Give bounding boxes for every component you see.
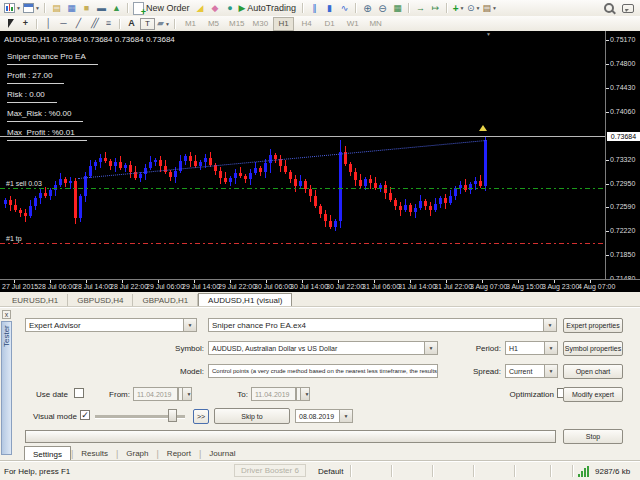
chevron-down-icon[interactable]: ▼ (544, 365, 557, 377)
new-order-button[interactable]: + New Order (133, 2, 192, 15)
periods-icon[interactable]: ⊙▼ (467, 2, 481, 15)
community-icon[interactable]: ● (223, 2, 236, 15)
text-icon[interactable]: A (125, 17, 138, 30)
chart-tab-0[interactable]: EURUSD,H1 (3, 294, 68, 306)
trendline-icon[interactable]: ╱ (72, 17, 85, 30)
metaeditor-icon[interactable]: ◆ (208, 2, 221, 15)
timeframe-M5[interactable]: M5 (203, 17, 224, 31)
chart-shift-icon[interactable]: ↦ (429, 2, 442, 15)
crosshair-icon[interactable]: + (19, 17, 32, 30)
from-date-field[interactable]: 11.04.2019 (133, 387, 178, 401)
sell-order-line[interactable] (0, 188, 605, 189)
timeframe-M1[interactable]: M1 (180, 17, 201, 31)
chevron-down-icon[interactable]: ▼ (544, 342, 557, 354)
channel-icon[interactable]: ╱╱ (87, 17, 100, 30)
trendline-object[interactable] (78, 140, 486, 179)
zoom-in-icon[interactable]: ⊕ (361, 2, 374, 15)
chart-plot-area[interactable]: AUDUSD,H1 0.73684 0.73684 0.73684 0.7368… (0, 31, 605, 279)
timeframe-M15[interactable]: M15 (226, 17, 248, 31)
skip-to-button[interactable]: Skip to (214, 408, 290, 424)
timeframe-M30[interactable]: M30 (250, 17, 272, 31)
calendar-icon[interactable]: ▼ (339, 410, 352, 422)
candle-body (174, 171, 177, 177)
model-select[interactable]: Control points (a very crude method base… (208, 364, 438, 378)
visual-speed-slider-handle[interactable] (168, 409, 177, 422)
from-date-picker[interactable]: ▼ (178, 387, 192, 401)
spread-select[interactable]: Current ▼ (505, 364, 558, 378)
time-tick-label: 30 Jul 14:00 (290, 283, 328, 290)
indicators-icon[interactable]: +▼ (452, 2, 465, 15)
tile-windows-icon[interactable]: ▦ (391, 2, 404, 15)
chart-tab-1[interactable]: GBPUSD,H4 (68, 294, 133, 306)
chart-shift-marker[interactable]: ▼ (486, 31, 491, 37)
connection-status[interactable]: 9287/6 kb (595, 467, 630, 476)
autotrading-button[interactable]: ▶ AutoTrading (238, 2, 298, 15)
styler-icon[interactable]: ◢ (193, 2, 206, 15)
candle-body (9, 200, 12, 205)
text-label-icon[interactable]: T (140, 18, 155, 30)
expert-advisor-select[interactable]: Sniper chance Pro EA.ex4 ▼ (208, 318, 557, 332)
to-date-field[interactable]: 11.04.2019 (251, 387, 296, 401)
candle-body (359, 180, 362, 186)
skip-date-field[interactable]: 08.08.2019 ▼ (295, 409, 353, 423)
search-icon[interactable] (604, 3, 614, 13)
timeframe-H1[interactable]: H1 (273, 17, 294, 31)
timeframe-D1[interactable]: D1 (319, 17, 340, 31)
data-window-icon[interactable]: ▦ (65, 2, 78, 15)
autoscroll-icon[interactable]: → (414, 2, 427, 15)
templates-icon[interactable]: ▤▼ (483, 2, 497, 15)
candlestick-chart-icon[interactable]: ▮ (323, 2, 336, 15)
market-watch-icon[interactable]: ▤ (50, 2, 63, 15)
symbol-select[interactable]: AUDUSD, Australian Dollar vs US Dollar ▼ (208, 341, 438, 355)
shapes-icon[interactable]: ▰▼ (157, 17, 170, 30)
horizontal-line-icon[interactable]: ─ (57, 17, 70, 30)
status-profile[interactable]: Default (318, 467, 343, 476)
symbol-properties-button[interactable]: Symbol properties (563, 341, 623, 356)
period-select[interactable]: H1 ▼ (505, 341, 558, 355)
tester-tab-settings[interactable]: Settings (24, 446, 71, 460)
to-date-picker[interactable]: ▼ (296, 387, 310, 401)
timeframe-H4[interactable]: H4 (296, 17, 317, 31)
close-icon[interactable]: x (2, 310, 11, 319)
tester-tab-report[interactable]: Report (159, 448, 199, 459)
modify-expert-button[interactable]: Modify expert (563, 387, 623, 402)
chevron-down-icon[interactable]: ▼ (543, 319, 556, 331)
time-axis[interactable]: 27 Jul 201528 Jul 06:0028 Jul 14:0028 Ju… (0, 279, 640, 292)
zoom-out-icon[interactable]: ⊖ (376, 2, 389, 15)
fibonacci-icon[interactable]: ≡ (102, 17, 115, 30)
visual-mode-checkbox[interactable]: ✓ (80, 410, 90, 420)
candle-body (364, 179, 367, 186)
calendar-icon[interactable]: ▼ (182, 388, 192, 400)
profiles-icon[interactable]: ▼ (23, 2, 40, 15)
tester-tab-journal[interactable]: Journal (201, 448, 243, 459)
use-date-checkbox[interactable] (74, 388, 84, 398)
bar-chart-icon[interactable]: ∥ (308, 2, 321, 15)
status-ad-cell: Driver Booster 6 (234, 464, 306, 477)
fast-forward-button[interactable]: >> (193, 409, 209, 424)
new-chart-icon[interactable]: ▼ (4, 2, 21, 15)
chart-tab-active[interactable]: AUDUSD,H1 (visual) (198, 293, 292, 306)
vertical-line-icon[interactable]: │ (42, 17, 55, 30)
tester-tab-graph[interactable]: Graph (118, 448, 156, 459)
tester-type-select[interactable]: Expert Advisor ▼ (25, 318, 197, 332)
line-chart-icon[interactable]: ∿ (338, 2, 351, 15)
chevron-down-icon[interactable]: ▼ (183, 319, 196, 331)
price-axis[interactable]: 0.73684 0.751700.748000.744300.740600.73… (605, 31, 640, 279)
chevron-down-icon[interactable]: ▼ (424, 342, 437, 354)
chat-icon[interactable] (622, 4, 634, 13)
expert-properties-button[interactable]: Expert properties (563, 318, 623, 333)
navigator-icon[interactable]: ■ (80, 2, 93, 15)
chart-tab-2[interactable]: GBPAUD,H1 (133, 294, 198, 306)
tester-side-tab[interactable]: Tester (1, 321, 12, 455)
calendar-icon[interactable]: ▼ (300, 388, 310, 400)
mt4-window: ▼ ▼ ▤ ▦ ■ ▬ ▲ + New Order ◢ ◆ ● ▶ AutoTr… (0, 0, 640, 480)
strategy-tester-icon[interactable]: ▲ (110, 2, 123, 15)
terminal-icon[interactable]: ▬ (95, 2, 108, 15)
take-profit-line[interactable] (0, 243, 605, 244)
timeframe-W1[interactable]: W1 (342, 17, 363, 31)
cursor-icon[interactable] (4, 17, 17, 30)
timeframe-MN[interactable]: MN (365, 17, 386, 31)
tester-tab-results[interactable]: Results (73, 448, 116, 459)
stop-button[interactable]: Stop (563, 429, 623, 444)
open-chart-button[interactable]: Open chart (563, 364, 623, 379)
